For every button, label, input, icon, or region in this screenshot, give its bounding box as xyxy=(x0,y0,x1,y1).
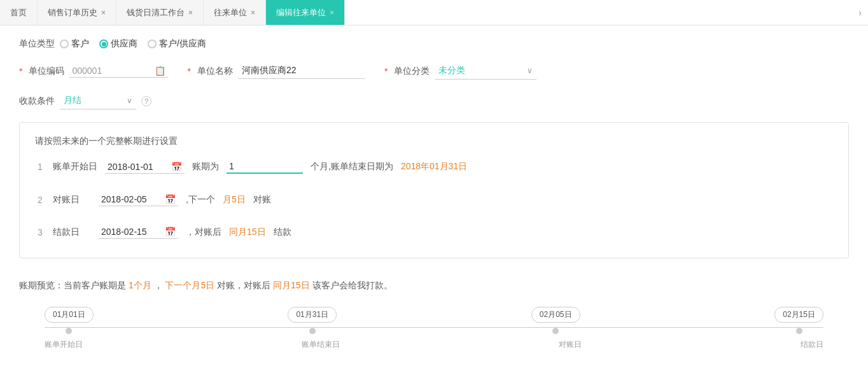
timeline-label-3: 对账日 xyxy=(559,339,582,350)
row-3-date-input[interactable] xyxy=(101,227,165,237)
preview-part3: 同月15日 xyxy=(273,280,310,290)
row-1-period-input[interactable] xyxy=(227,160,303,174)
unit-category-arrow-icon: ∨ xyxy=(527,66,533,75)
main-content: 单位类型 客户 供应商 客户/供应商 * 单位编码 xyxy=(0,25,868,387)
unit-info-row: * 单位编码 📋 * 单位名称 * 单位分类 未分类 ∨ xyxy=(19,62,849,80)
row-2-calendar-icon[interactable]: 📅 xyxy=(165,194,176,204)
radio-customer[interactable]: 客户 xyxy=(60,38,89,50)
preview-mid2: 对账，对账后 xyxy=(217,280,270,290)
radio-both[interactable]: 客户/供应商 xyxy=(148,38,206,50)
unit-code-input-wrapper: 📋 xyxy=(69,64,168,78)
radio-supplier[interactable]: 供应商 xyxy=(99,38,137,50)
unit-type-label: 单位类型 xyxy=(19,38,55,50)
unit-category-dropdown[interactable]: 未分类 ∨ xyxy=(435,62,536,80)
timeline-point-3: 02月05日 xyxy=(531,307,580,334)
unit-code-star: * xyxy=(19,66,22,76)
timeline-badge-4: 02月15日 xyxy=(774,307,823,323)
tab-edit-counterparty-label: 编辑往来单位 xyxy=(276,7,326,18)
unit-category-star: * xyxy=(384,66,388,76)
payment-terms-value: 月结 xyxy=(64,95,123,106)
timeline-point-2: 01月31日 xyxy=(288,307,337,334)
timeline-label-1: 账单开始日 xyxy=(45,339,83,350)
row-1-label: 账单开始日 xyxy=(53,161,97,172)
setting-row-2: 2 对账日 📅 ,下一个 月5日 对账 xyxy=(35,193,833,206)
tab-arrow[interactable]: › xyxy=(852,0,868,25)
preview-text: 账期预览：当前客户账期是 1个月 ， 下一个月5日 对账，对账后 同月15日 该… xyxy=(19,280,849,292)
timeline-label-2: 账单结束日 xyxy=(302,339,340,350)
tab-counterparty[interactable]: 往来单位 × xyxy=(204,0,266,25)
payment-terms-arrow-icon: ∨ xyxy=(127,96,132,105)
help-icon[interactable]: ? xyxy=(141,96,151,106)
tab-cash-workbench[interactable]: 钱货日清工作台 × xyxy=(116,0,204,25)
timeline-dot-2 xyxy=(309,328,316,334)
timeline: 01月01日 01月31日 02月05日 02月15日 xyxy=(19,307,849,350)
row-2-desc-highlight: 月5日 xyxy=(223,194,246,206)
unit-code-group: * 单位编码 📋 xyxy=(19,64,168,78)
tabs-bar: 首页 销售订单历史 × 钱货日清工作台 × 往来单位 × 编辑往来单位 × › xyxy=(0,0,868,25)
tab-edit-counterparty-close[interactable]: × xyxy=(330,8,334,17)
row-2-desc-suffix: 对账 xyxy=(253,194,271,206)
row-3-label: 结款日 xyxy=(53,227,91,238)
setting-row-3: 3 结款日 📅 ，对账后 同月15日 结款 xyxy=(35,225,833,239)
tab-sales-history-close[interactable]: × xyxy=(101,8,106,17)
section-title: 请按照未来的一个完整帐期进行设置 xyxy=(35,136,833,147)
timeline-points-row: 01月01日 01月31日 02月05日 02月15日 xyxy=(45,307,823,334)
tab-sales-history[interactable]: 销售订单历史 × xyxy=(38,0,116,25)
unit-category-group: * 单位分类 未分类 ∨ xyxy=(384,62,536,80)
payment-terms-group: 收款条件 月结 ∨ ? xyxy=(19,92,151,109)
row-1-period-label: 账期为 xyxy=(192,161,219,172)
row-3-desc-suffix: 结款 xyxy=(274,227,291,238)
tab-cash-workbench-label: 钱货日清工作台 xyxy=(127,7,185,18)
preview-part2: 下一个月5日 xyxy=(165,280,214,290)
timeline-dot-3 xyxy=(552,328,559,334)
row-2-label: 对账日 xyxy=(53,194,91,206)
row-1-date-wrapper: 📅 xyxy=(105,160,185,174)
timeline-dot-4 xyxy=(796,328,802,334)
preview-section: 账期预览：当前客户账期是 1个月 ， 下一个月5日 对账，对账后 同月15日 该… xyxy=(19,271,849,363)
timeline-badge-3: 02月05日 xyxy=(531,307,580,323)
timeline-point-4: 02月15日 xyxy=(774,307,823,334)
unit-code-input[interactable] xyxy=(72,66,155,76)
timeline-point-1: 01月01日 xyxy=(45,307,94,334)
row-3-date-wrapper: 📅 xyxy=(99,225,178,239)
timeline-labels-row: 账单开始日 账单结束日 对账日 结款日 xyxy=(45,339,823,350)
row-2-date-wrapper: 📅 xyxy=(99,193,178,206)
payment-terms-row: 收款条件 月结 ∨ ? xyxy=(19,92,849,109)
row-3-calendar-icon[interactable]: 📅 xyxy=(165,227,176,237)
preview-label: 账期预览：当前客户账期是 xyxy=(19,280,126,290)
row-1-period-unit: 个月,账单结束日期为 xyxy=(311,161,393,172)
preview-part1: 1个月 xyxy=(129,280,151,290)
tab-edit-counterparty[interactable]: 编辑往来单位 × xyxy=(266,0,345,25)
tab-sales-history-label: 销售订单历史 xyxy=(48,7,97,18)
unit-name-label: 单位名称 xyxy=(197,66,233,77)
tab-counterparty-close[interactable]: × xyxy=(251,8,255,17)
timeline-badge-1: 01月01日 xyxy=(45,307,94,323)
tab-cash-workbench-close[interactable]: × xyxy=(188,8,193,17)
tab-home-label: 首页 xyxy=(10,7,27,18)
tab-home[interactable]: 首页 xyxy=(0,0,38,25)
row-1-calendar-icon[interactable]: 📅 xyxy=(171,162,182,172)
row-1-period-end: 2018年01月31日 xyxy=(401,161,467,172)
section-card: 请按照未来的一个完整帐期进行设置 1 账单开始日 📅 账期为 个月,账单结束日期… xyxy=(19,122,849,258)
unit-code-copy-icon[interactable]: 📋 xyxy=(155,66,165,76)
radio-customer-label: 客户 xyxy=(71,38,89,50)
radio-supplier-circle xyxy=(99,39,108,48)
payment-terms-dropdown[interactable]: 月结 ∨ xyxy=(60,92,136,109)
unit-name-group: * 单位名称 xyxy=(187,63,365,79)
unit-type-row: 单位类型 客户 供应商 客户/供应商 xyxy=(19,38,849,50)
row-1-date-input[interactable] xyxy=(108,162,171,172)
timeline-badge-2: 01月31日 xyxy=(288,307,337,323)
timeline-label-4: 结款日 xyxy=(801,339,823,350)
radio-group: 客户 供应商 客户/供应商 xyxy=(60,38,206,50)
row-2-number: 2 xyxy=(35,195,45,205)
unit-type-group: 单位类型 客户 供应商 客户/供应商 xyxy=(19,38,206,50)
radio-both-circle xyxy=(148,39,157,48)
unit-category-value: 未分类 xyxy=(438,65,523,76)
row-2-desc-prefix: ,下一个 xyxy=(186,194,215,206)
unit-name-input[interactable] xyxy=(238,63,365,79)
row-1-number: 1 xyxy=(35,162,45,172)
row-2-date-input[interactable] xyxy=(101,194,165,204)
row-3-number: 3 xyxy=(35,227,45,237)
preview-end: 该客户会给我打款。 xyxy=(312,280,393,290)
payment-terms-label: 收款条件 xyxy=(19,95,55,107)
